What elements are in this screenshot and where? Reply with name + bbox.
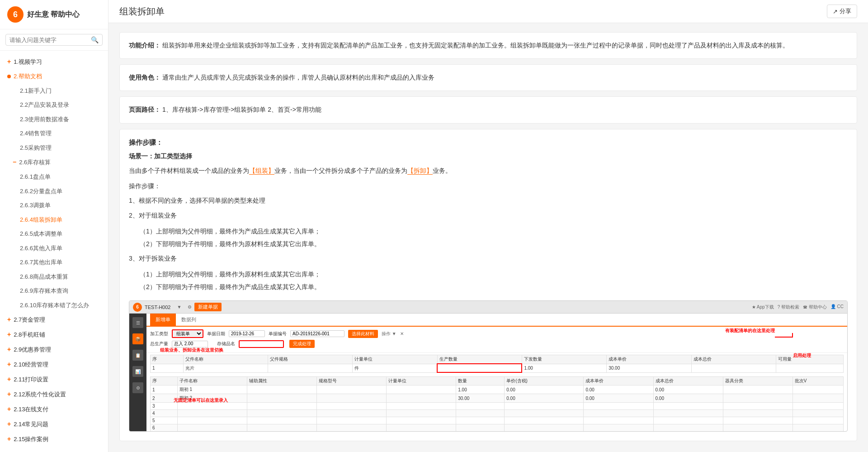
ss-lower-row: 1 期初 1 1.00 0.00 — [151, 385, 844, 394]
ss-lower-th-5: 数量 — [456, 377, 505, 385]
nav-label: 2.15操作案例 — [14, 435, 48, 444]
path-text: 1、库存核算->库存管理->组装拆卸单 2、首页->常用功能 — [162, 106, 321, 113]
ss-lower-table-area: 序 子件名称 辅助属性 规格型号 计量单位 数量 单价(含税) — [150, 376, 844, 431]
ss-contact-icon: ☎ 帮助中心 — [803, 304, 827, 310]
ss-lower-row: 2 期初 2 30.00 0.00 — [151, 394, 844, 403]
sidebar-item-inv268[interactable]: 2.6.8商品成本重算 — [0, 270, 108, 284]
app-logo-icon: 6 — [7, 6, 24, 23]
sidebar-item-inv265[interactable]: 2.6.5成本调整单 — [0, 227, 108, 241]
ss-app-icon: ★ App下载 — [752, 304, 774, 310]
ss-storage-input[interactable] — [239, 340, 284, 348]
sidebar-item-online[interactable]: + 2.13在线支付 — [0, 402, 108, 417]
sidebar-item-inv2610[interactable]: 2.6.10库存账本错了怎么办 — [0, 298, 108, 313]
nav-label: 2.6库存核算 — [19, 158, 51, 167]
sidebar-item-ops[interactable]: + 2.10经营管理 — [0, 357, 108, 372]
search-input[interactable] — [9, 37, 91, 43]
sidebar-item-faq[interactable]: + 2.14常见问题 — [0, 417, 108, 432]
step1: 1、根据不同的业务，选择不同单据的类型来处理 — [129, 195, 848, 206]
nav-label: 2.6.3调拨单 — [20, 201, 51, 210]
ss-upper-th-1: 父件名称 — [183, 355, 268, 364]
annotation-3: 启用处理 — [793, 352, 811, 359]
ss-num-input[interactable] — [290, 330, 344, 337]
ss-lower-th-1: 子件名称 — [177, 377, 247, 385]
sidebar-item-inv263[interactable]: 2.6.3调拨单 — [0, 198, 108, 213]
sidebar-item-sales[interactable]: 2.4销售管理 — [0, 126, 108, 141]
share-label: 分享 — [840, 7, 851, 15]
sidebar-item-inv266[interactable]: 2.6.6其他入库单 — [0, 241, 108, 256]
content-area: 功能介绍： 组装拆卸单用来处理企业组装或拆卸等加工业务，支持有固定装配清单的产品… — [108, 23, 868, 452]
step2-sub1: （1）上部明细为父件明细，最终作为产成品生成某其它入库单； — [129, 225, 848, 238]
ss-new-btn[interactable]: 新建单据 — [194, 303, 222, 311]
ss-upper-cell-0: 1 — [151, 364, 184, 372]
ss-num-label: 单据编号 — [269, 331, 287, 337]
ss-nav-icon-4: 📊 — [132, 366, 143, 377]
nav-label: 2.6.5成本调整单 — [20, 229, 62, 238]
annotation-arrow-1 — [775, 333, 793, 338]
sidebar-item-print[interactable]: + 2.11打印设置 — [0, 372, 108, 387]
nav-label: 2.帮助文档 — [14, 72, 42, 81]
sidebar-item-purchase[interactable]: 2.5采购管理 — [0, 141, 108, 155]
ss-tab-data[interactable]: 数据列 — [176, 314, 202, 326]
ss-lower-th-3: 规格型号 — [317, 377, 387, 385]
search-box[interactable]: 🔍 — [5, 34, 103, 46]
ss-upper-table: 序 父件名称 父件规格 计量单位 生产数量 下发数量 成本单价 — [150, 355, 844, 373]
func-intro-label: 功能介绍： — [129, 42, 160, 49]
sidebar-item-mobile[interactable]: + 2.8手机旺铺 — [0, 327, 108, 342]
ss-close-icon[interactable]: ✕ — [400, 331, 404, 336]
ss-date-input[interactable] — [229, 330, 265, 337]
sidebar-item-docs[interactable]: 2.帮助文档 — [0, 69, 108, 84]
disassemble-link[interactable]: 【拆卸】 — [407, 167, 433, 175]
ss-nav-icon-3: 📋 — [132, 350, 143, 361]
app-name: 好生意 帮助中心 — [27, 10, 80, 19]
role-block: 使用角色： 通常由生产人员或库管人员完成拆装业务的操作，库管人员确认原材料的出库… — [119, 64, 857, 91]
sidebar-item-inv264[interactable]: 2.6.4组装拆卸单 — [0, 213, 108, 227]
screenshot-wrapper: 6 TEST-H002 ▼ ⚙ 新建单据 ★ App下载 ? 帮助检索 ☎ 帮助… — [129, 301, 847, 431]
sidebar-item-video[interactable]: + 1.视频学习 — [0, 54, 108, 69]
sidebar-item-finance[interactable]: + 2.7资金管理 — [0, 312, 108, 327]
ss-confirm-btn[interactable]: 完成处理 — [289, 340, 315, 348]
sidebar-item-case[interactable]: + 2.15操作案例 — [0, 432, 108, 447]
sidebar-item-custom[interactable]: + 2.12系统个性化设置 — [0, 387, 108, 402]
step2: 2、对于组装业务 — [129, 210, 848, 221]
ss-upper-cell-8 — [776, 364, 843, 372]
ss-upper-th-6: 成本单价 — [607, 355, 691, 364]
nav-label: 2.2产品安装及登录 — [20, 100, 69, 109]
ss-lower-table-wrap: 无固定清单可以在这里录入 序 子件名称 — [146, 375, 847, 431]
ops-steps-sub: 操作步骤： — [129, 180, 848, 192]
sidebar-item-new[interactable]: 2.1新手入门 — [0, 84, 108, 98]
role-label: 使用角色： — [129, 74, 160, 81]
sidebar-item-inventory[interactable]: − 2.6库存核算 — [0, 155, 108, 170]
ss-type-dropdown[interactable]: 组装单 拆卸单 — [172, 329, 203, 338]
sidebar-item-inv261[interactable]: 2.6.1盘点单 — [0, 170, 108, 184]
ss-storage-label: 存储品名 — [217, 341, 235, 347]
ss-upper-th-5: 下发数量 — [522, 355, 606, 364]
search-icon[interactable]: 🔍 — [91, 36, 99, 43]
ss-tab-new[interactable]: 新增单 — [150, 314, 176, 326]
nav-label: 2.6.1盘点单 — [20, 172, 51, 181]
step3: 3、对于拆装业务 — [129, 253, 848, 264]
nav-label: 2.6.6其他入库单 — [20, 244, 62, 253]
step2-sub2: （2）下部明细为子件明细，最终作为原材料生成某其它出库单。 — [129, 238, 848, 250]
sidebar-item-coupon[interactable]: + 2.9优惠券管理 — [0, 342, 108, 357]
nav-label: 2.3使用前数据准备 — [20, 115, 69, 124]
ss-qty-input[interactable] — [172, 341, 208, 347]
step3-sub2: （2）下部明细为子件明细，最终作为产成品生成某其它入库单。 — [129, 281, 848, 293]
ss-dropdown-icon: ▼ — [177, 305, 181, 309]
assemble-link[interactable]: 【组装】 — [249, 167, 274, 175]
nav-label: 2.6.4组装拆卸单 — [20, 215, 62, 224]
sidebar-item-data[interactable]: 2.3使用前数据准备 — [0, 112, 108, 127]
ss-tabs: 新增单 数据列 — [146, 314, 847, 327]
ss-upper-th-2: 父件规格 — [268, 355, 352, 364]
share-button[interactable]: ↗ 分享 — [827, 5, 857, 18]
sidebar-item-inv269[interactable]: 2.6.9库存账本查询 — [0, 284, 108, 298]
sidebar-item-inv267[interactable]: 2.6.7其他出库单 — [0, 255, 108, 270]
ss-body: ☰ 📦 📋 📊 ⚙ 新增单 数据列 — [129, 314, 847, 431]
nav-label: 2.6.8商品成本重算 — [20, 272, 68, 281]
nav-label: 2.1新手入门 — [20, 86, 52, 95]
expand-icon: + — [7, 375, 11, 384]
ss-process-btn[interactable]: 选择此材料 — [348, 330, 378, 338]
ss-refresh-icon: ⚙ — [188, 305, 192, 309]
sidebar-item-install[interactable]: 2.2产品安装及登录 — [0, 98, 108, 112]
sidebar-item-inv262[interactable]: 2.6.2分量盘点单 — [0, 184, 108, 199]
role-text: 通常由生产人员或库管人员完成拆装业务的操作，库管人员确认原材料的出库和产成品的入… — [162, 74, 434, 81]
